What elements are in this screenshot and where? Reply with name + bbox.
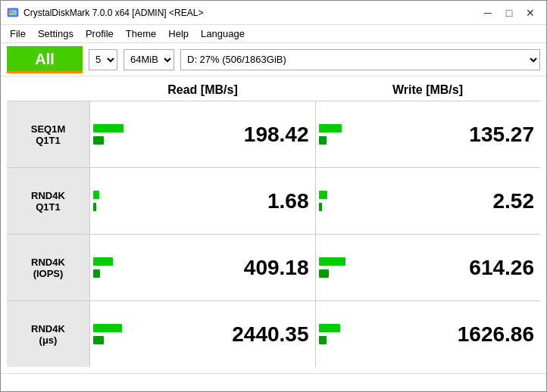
read-bar1-2 (93, 257, 113, 266)
write-value-1: 2.52 (358, 189, 541, 213)
read-cell-2: 409.18 (90, 235, 316, 300)
read-bars-2 (90, 251, 132, 284)
write-value-2: 614.26 (358, 256, 541, 280)
title-bar: CrystalDiskMark 7.0.0 x64 [ADMIN] <REAL>… (1, 1, 546, 25)
write-cell-3: 1626.86 (316, 301, 541, 367)
write-bar2-3 (319, 336, 327, 344)
read-bar2-0 (93, 136, 104, 145)
read-bars-0 (90, 118, 132, 151)
write-bar2-1 (319, 203, 323, 211)
menu-language[interactable]: Language (195, 26, 251, 41)
size-select[interactable]: 64MiB 1GiB 4GiB (123, 49, 174, 70)
menu-profile[interactable]: Profile (80, 26, 120, 41)
menu-settings[interactable]: Settings (32, 26, 80, 41)
menu-bar: File Settings Profile Theme Help Languag… (1, 25, 546, 43)
write-bar1-1 (319, 191, 327, 199)
read-bar2-3 (93, 336, 104, 344)
read-bars-1 (90, 185, 132, 217)
write-bar1-3 (319, 324, 340, 332)
write-cell-2: 614.26 (316, 235, 541, 300)
row-label-1: RND4K Q1T1 (7, 168, 90, 234)
read-cell-3: 2440.35 (90, 301, 316, 367)
read-bars-3 (90, 318, 132, 350)
read-header: Read [MB/s] (90, 83, 315, 97)
table-row: SEQ1M Q1T1 198.42 135.27 (7, 101, 540, 167)
row-label-3: RND4K (μs) (7, 301, 90, 367)
write-bar2-0 (319, 136, 327, 145)
read-value-3: 2440.35 (132, 322, 315, 347)
write-bar1-2 (319, 257, 345, 266)
minimize-button[interactable]: ─ (478, 5, 498, 20)
write-bar1-0 (319, 124, 342, 132)
read-bar2-1 (93, 203, 96, 211)
maximize-button[interactable]: □ (499, 5, 519, 20)
table-header: Read [MB/s] Write [MB/s] (7, 79, 540, 101)
menu-help[interactable]: Help (162, 26, 195, 41)
close-button[interactable]: ✕ (520, 5, 540, 20)
read-bar1-1 (93, 191, 99, 199)
row-label-2: RND4K (IOPS) (7, 235, 90, 300)
main-window: CrystalDiskMark 7.0.0 x64 [ADMIN] <REAL>… (0, 0, 547, 392)
menu-theme[interactable]: Theme (120, 26, 162, 41)
read-bar1-3 (93, 324, 122, 332)
write-cell-1: 2.52 (316, 168, 541, 234)
window-title: CrystalDiskMark 7.0.0 x64 [ADMIN] <REAL> (23, 8, 478, 18)
all-button[interactable]: All (7, 46, 83, 73)
toolbar: All 5 1 3 9 64MiB 1GiB 4GiB D: 27% (506/… (1, 43, 546, 76)
drive-select[interactable]: D: 27% (506/1863GiB) C: (System) (180, 49, 540, 70)
write-bars-1 (316, 185, 358, 217)
results-table: Read [MB/s] Write [MB/s] SEQ1M Q1T1 198.… (1, 76, 546, 373)
window-controls: ─ □ ✕ (478, 5, 540, 20)
status-bar (1, 373, 546, 391)
row-label-0: SEQ1M Q1T1 (7, 101, 90, 167)
read-cell-0: 198.42 (90, 101, 316, 167)
read-bar1-0 (93, 124, 123, 132)
read-value-1: 1.68 (132, 189, 315, 213)
app-icon (7, 7, 19, 19)
svg-rect-3 (10, 12, 14, 13)
write-bars-3 (316, 318, 358, 350)
write-value-0: 135.27 (358, 123, 541, 147)
svg-rect-4 (10, 14, 13, 14)
read-bar2-2 (93, 269, 100, 278)
read-cell-1: 1.68 (90, 168, 316, 234)
count-select[interactable]: 5 1 3 9 (89, 49, 117, 70)
write-bars-0 (316, 118, 358, 151)
table-row: RND4K (μs) 2440.35 1626.86 (7, 300, 540, 367)
svg-rect-2 (10, 11, 12, 11)
table-row: RND4K (IOPS) 409.18 614.26 (7, 234, 540, 300)
write-header: Write [MB/s] (315, 83, 540, 97)
write-value-3: 1626.86 (358, 322, 541, 347)
write-bar2-2 (319, 269, 329, 278)
write-bars-2 (316, 251, 358, 284)
menu-file[interactable]: File (4, 26, 32, 41)
write-cell-0: 135.27 (316, 101, 541, 167)
table-row: RND4K Q1T1 1.68 2.52 (7, 167, 540, 234)
read-value-0: 198.42 (132, 123, 315, 147)
read-value-2: 409.18 (132, 256, 315, 280)
